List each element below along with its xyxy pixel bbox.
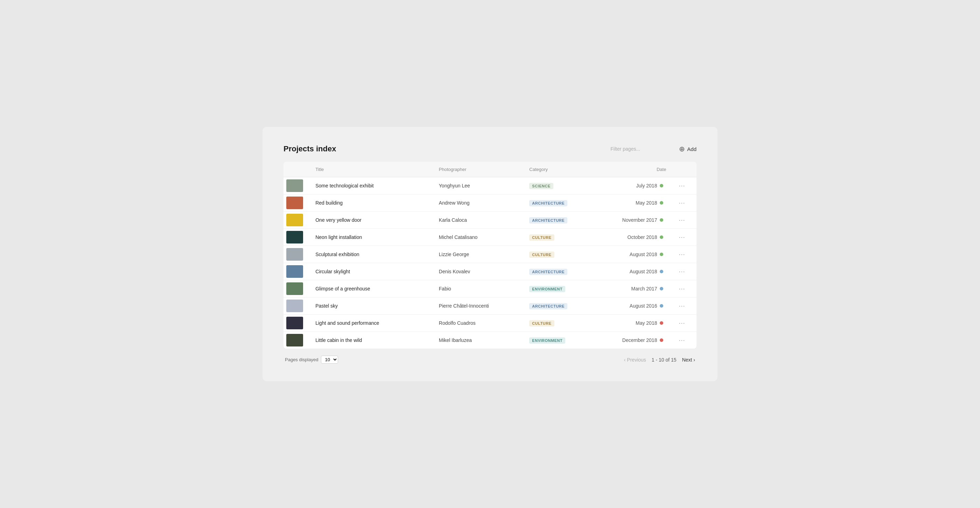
col-header-title: Title: [310, 162, 433, 177]
row-thumb-cell: [283, 212, 310, 229]
row-actions-cell: ···: [671, 177, 697, 195]
row-date-cell: March 2017: [606, 280, 671, 297]
row-thumb-cell: [283, 315, 310, 332]
col-header-date: Date: [606, 162, 671, 177]
main-container: Projects index ⊕ Add Title Photographer …: [262, 127, 718, 381]
row-date: May 2018: [636, 200, 657, 206]
row-photographer-cell: Yonghyun Lee: [433, 177, 524, 195]
row-category-badge: ENVIRONMENT: [529, 337, 565, 344]
status-dot: [660, 218, 663, 222]
row-title: Circular skylight: [315, 269, 350, 274]
row-thumbnail: [286, 248, 303, 260]
pages-count-select[interactable]: 10 25 50: [321, 356, 338, 364]
row-title-cell: Circular skylight: [310, 263, 433, 280]
row-thumbnail: [286, 334, 303, 347]
row-photographer: Michel Catalisano: [439, 234, 478, 240]
table-body: Some technological exhibitYonghyun LeeSC…: [283, 177, 697, 349]
row-more-button[interactable]: ···: [677, 284, 686, 293]
row-thumb-cell: [283, 332, 310, 349]
pages-displayed-control: Pages displayed 10 25 50: [285, 356, 338, 364]
row-thumb-cell: [283, 177, 310, 195]
page-header: Projects index ⊕ Add: [283, 144, 697, 153]
row-date: August 2018: [630, 252, 657, 257]
row-date-cell: August 2018: [606, 263, 671, 280]
row-category-cell: ARCHITECTURE: [523, 263, 606, 280]
table-row: One very yellow doorKarla CalocaARCHITEC…: [283, 212, 697, 229]
status-dot: [660, 184, 663, 187]
row-more-button[interactable]: ···: [677, 199, 686, 208]
row-photographer: Denis Kovalev: [439, 269, 470, 274]
table-header: Title Photographer Category Date: [283, 162, 697, 177]
row-actions-cell: ···: [671, 297, 697, 315]
row-category-badge: ARCHITECTURE: [529, 217, 567, 224]
row-more-button[interactable]: ···: [677, 302, 686, 310]
row-category-cell: SCIENCE: [523, 177, 606, 195]
row-thumbnail: [286, 231, 303, 243]
row-photographer-cell: Karla Caloca: [433, 212, 524, 229]
row-date: November 2017: [622, 217, 657, 223]
add-circle-icon: ⊕: [679, 145, 685, 153]
row-category-cell: ARCHITECTURE: [523, 212, 606, 229]
row-actions-cell: ···: [671, 280, 697, 297]
row-category-cell: ENVIRONMENT: [523, 332, 606, 349]
row-more-button[interactable]: ···: [677, 233, 686, 242]
row-category-badge: CULTURE: [529, 320, 554, 326]
row-title: Sculptural exhibition: [315, 252, 359, 257]
row-date-cell: August 2018: [606, 246, 671, 263]
row-more-button[interactable]: ···: [677, 267, 686, 276]
next-button[interactable]: Next ›: [682, 357, 695, 363]
row-date: August 2016: [630, 303, 657, 309]
filter-input[interactable]: [610, 146, 673, 152]
prev-button[interactable]: ‹ Previous: [624, 357, 646, 363]
row-thumb-cell: [283, 246, 310, 263]
row-actions-cell: ···: [671, 263, 697, 280]
col-header-actions: [671, 162, 697, 177]
row-more-button[interactable]: ···: [677, 319, 686, 327]
row-title-cell: Neon light installation: [310, 229, 433, 246]
row-date: March 2017: [632, 286, 657, 291]
row-category-badge: ENVIRONMENT: [529, 286, 565, 292]
row-title: One very yellow door: [315, 217, 361, 223]
row-date: July 2018: [636, 183, 657, 189]
row-more-button[interactable]: ···: [677, 182, 686, 190]
row-category-cell: ENVIRONMENT: [523, 280, 606, 297]
status-dot: [660, 235, 663, 239]
row-category-cell: ARCHITECTURE: [523, 297, 606, 315]
row-thumbnail: [286, 196, 303, 209]
row-title-cell: One very yellow door: [310, 212, 433, 229]
table-row: Light and sound performanceRodolfo Cuadr…: [283, 315, 697, 332]
row-category-cell: CULTURE: [523, 246, 606, 263]
table-row: Sculptural exhibitionLizzie GeorgeCULTUR…: [283, 246, 697, 263]
row-photographer: Rodolfo Cuadros: [439, 320, 476, 326]
row-more-button[interactable]: ···: [677, 250, 686, 259]
col-header-thumb: [283, 162, 310, 177]
add-button[interactable]: ⊕ Add: [679, 145, 697, 153]
row-thumb-cell: [283, 195, 310, 212]
row-category-badge: CULTURE: [529, 252, 554, 258]
row-actions-cell: ···: [671, 212, 697, 229]
row-photographer-cell: Rodolfo Cuadros: [433, 315, 524, 332]
row-photographer-cell: Denis Kovalev: [433, 263, 524, 280]
table-row: Little cabin in the wildMikel IbarluzeaE…: [283, 332, 697, 349]
col-header-category: Category: [523, 162, 606, 177]
projects-table: Title Photographer Category Date Some te…: [283, 162, 697, 348]
row-title: Little cabin in the wild: [315, 337, 362, 343]
row-category-badge: ARCHITECTURE: [529, 200, 567, 206]
row-photographer-cell: Pierre Châtel-Innocenti: [433, 297, 524, 315]
status-dot: [660, 287, 663, 291]
row-date: October 2018: [628, 234, 657, 240]
row-actions-cell: ···: [671, 315, 697, 332]
table-row: Neon light installationMichel Catalisano…: [283, 229, 697, 246]
row-thumb-cell: [283, 297, 310, 315]
row-more-button[interactable]: ···: [677, 216, 686, 225]
row-title: Neon light installation: [315, 234, 362, 240]
row-date: August 2018: [630, 269, 657, 274]
table-row: Pastel skyPierre Châtel-InnocentiARCHITE…: [283, 297, 697, 315]
row-thumbnail: [286, 214, 303, 226]
row-title-cell: Red building: [310, 195, 433, 212]
row-thumbnail: [286, 265, 303, 278]
row-date-cell: May 2018: [606, 195, 671, 212]
row-more-button[interactable]: ···: [677, 336, 686, 345]
table-row: Some technological exhibitYonghyun LeeSC…: [283, 177, 697, 195]
row-photographer: Andrew Wong: [439, 200, 470, 206]
